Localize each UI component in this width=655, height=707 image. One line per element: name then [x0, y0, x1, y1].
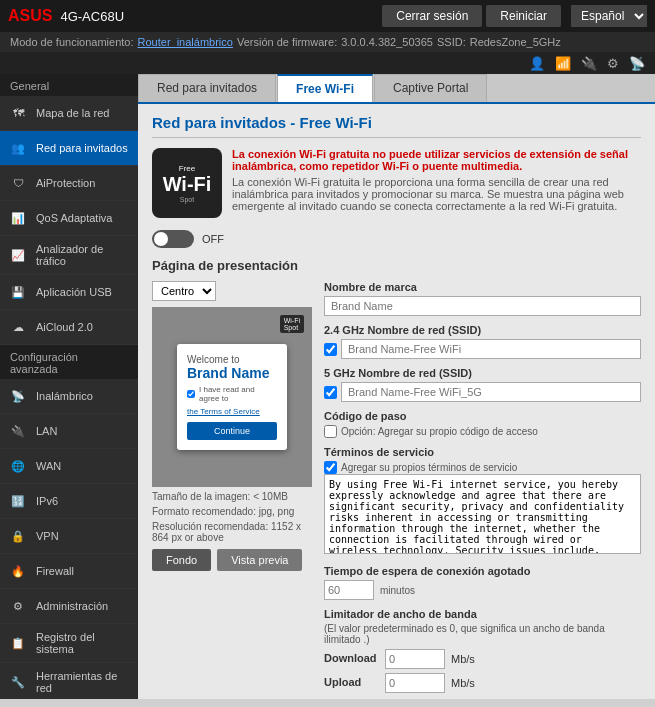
sidebar-label-lan: LAN	[36, 425, 57, 437]
sidebar-item-red-invitados[interactable]: 👥 Red para invitados	[0, 131, 138, 166]
preview-buttons: Fondo Vista previa	[152, 549, 312, 571]
preview-agree-row: I have read and agree to	[187, 385, 277, 403]
subheader: Modo de funcionamiento: Router_inalámbri…	[0, 32, 655, 52]
sidebar-label-red-invitados: Red para invitados	[36, 142, 128, 154]
ssid-24-input[interactable]	[341, 339, 641, 359]
sidebar-item-qos[interactable]: 📊 QoS Adaptativa	[0, 201, 138, 236]
pass-checkbox[interactable]	[324, 425, 337, 438]
sidebar-item-ipv6[interactable]: 🔢 IPv6	[0, 484, 138, 519]
sidebar-item-aiprotection[interactable]: 🛡 AiProtection	[0, 166, 138, 201]
ssid-5-input[interactable]	[341, 382, 641, 402]
ssid-24-checkbox[interactable]	[324, 343, 337, 356]
logo-free-text: Free	[179, 164, 195, 173]
ssid-5-row	[324, 382, 641, 402]
sidebar-item-registro[interactable]: 📋 Registro del sistema	[0, 624, 138, 663]
ssid-value: RedesZone_5GHz	[470, 36, 561, 48]
preview-terms-link[interactable]: the Terms of Service	[187, 407, 277, 416]
upload-row: Upload Mb/s	[324, 673, 641, 693]
enable-toggle[interactable]	[152, 230, 194, 248]
terms-checkbox[interactable]	[324, 461, 337, 474]
info-box: Free Wi-Fi Spot La conexión Wi-Fi gratui…	[152, 148, 641, 218]
language-select[interactable]: Español	[571, 5, 647, 27]
bw-group: Limitador de ancho de banda (El valor pr…	[324, 608, 641, 693]
presentation-layout: Centro Wi-FiSpot Welcome to Brand Name I…	[152, 281, 641, 699]
timeout-input[interactable]	[324, 580, 374, 600]
wifi-badge: Wi-FiSpot	[280, 315, 304, 333]
align-select[interactable]: Centro	[152, 281, 216, 301]
download-unit: Mb/s	[451, 653, 475, 665]
upload-input[interactable]	[385, 673, 445, 693]
terms-check-text: Agregar su propios términos de servicio	[341, 462, 517, 473]
tab-free-wifi[interactable]: Free Wi-Fi	[277, 74, 373, 102]
page-title: Red para invitados - Free Wi-Fi	[152, 114, 641, 138]
cerrar-sesion-button[interactable]: Cerrar sesión	[382, 5, 482, 27]
form-panel: Nombre de marca 2.4 GHz Nombre de red (S…	[324, 281, 641, 699]
log-icon: 📋	[8, 633, 28, 653]
sidebar-label-herramientas: Herramientas de red	[36, 670, 130, 694]
admin-icon: ⚙	[8, 596, 28, 616]
header: ASUS 4G-AC68U Cerrar sesión Reiniciar Es…	[0, 0, 655, 32]
terms-textarea[interactable]: By using Free Wi-Fi internet service, yo…	[324, 474, 641, 554]
preview-brand-text: Brand Name	[187, 365, 277, 381]
terms-group: Términos de servicio Agregar su propios …	[324, 446, 641, 557]
sidebar-item-wan[interactable]: 🌐 WAN	[0, 449, 138, 484]
download-row: Download Mb/s	[324, 649, 641, 669]
sidebar-item-administracion[interactable]: ⚙ Administración	[0, 589, 138, 624]
preview-panel: Centro Wi-FiSpot Welcome to Brand Name I…	[152, 281, 312, 699]
wifi-icon: 📶	[555, 56, 571, 71]
pass-group: Código de paso Opción: Agregar su propio…	[324, 410, 641, 438]
download-input[interactable]	[385, 649, 445, 669]
info-desc-text: La conexión Wi-Fi gratuita le proporcion…	[232, 176, 641, 212]
preview-agree-checkbox[interactable]	[187, 390, 195, 398]
sidebar-item-analizador[interactable]: 📈 Analizador de tráfico	[0, 236, 138, 275]
content-area: Red para invitados Free Wi-Fi Captive Po…	[138, 74, 655, 699]
tools-icon: 🔧	[8, 672, 28, 692]
sidebar-item-vpn[interactable]: 🔒 VPN	[0, 519, 138, 554]
usb-icon: 🔌	[581, 56, 597, 71]
reiniciar-button[interactable]: Reiniciar	[486, 5, 561, 27]
sidebar-item-herramientas[interactable]: 🔧 Herramientas de red	[0, 663, 138, 699]
ssid-5-checkbox[interactable]	[324, 386, 337, 399]
preview-image: Wi-FiSpot Welcome to Brand Name I have r…	[152, 307, 312, 487]
map-icon: 🗺	[8, 103, 28, 123]
timeout-row: minutos	[324, 580, 641, 600]
firmware-label: Versión de firmware:	[237, 36, 337, 48]
vista-previa-button[interactable]: Vista previa	[217, 549, 302, 571]
lan-icon: 🔌	[8, 421, 28, 441]
tab-captive-portal[interactable]: Captive Portal	[374, 74, 487, 102]
sidebar-item-inalambrico[interactable]: 📡 Inalámbrico	[0, 379, 138, 414]
timeout-group: Tiempo de espera de conexión agotado min…	[324, 565, 641, 600]
vpn-icon: 🔒	[8, 526, 28, 546]
preview-welcome-text: Welcome to	[187, 354, 277, 365]
info-warning-text: La conexión Wi-Fi gratuita no puede util…	[232, 148, 641, 172]
avanzada-section-label: Configuración avanzada	[0, 345, 138, 379]
brand-name-input[interactable]	[324, 296, 641, 316]
ssid-5-group: 5 GHz Nombre de red (SSID)	[324, 367, 641, 402]
cloud-icon: ☁	[8, 317, 28, 337]
fondo-button[interactable]: Fondo	[152, 549, 211, 571]
preview-continue-btn[interactable]: Continue	[187, 422, 277, 440]
sidebar-item-mapa-red[interactable]: 🗺 Mapa de la red	[0, 96, 138, 131]
mode-link[interactable]: Router_inalámbrico	[138, 36, 233, 48]
pass-label: Código de paso	[324, 410, 641, 422]
tab-red-invitados[interactable]: Red para invitados	[138, 74, 276, 102]
icons-row: 👤 📶 🔌 ⚙ 📡	[0, 52, 655, 74]
presentation-title: Página de presentación	[152, 258, 641, 273]
sidebar-label-aicloud: AiCloud 2.0	[36, 321, 93, 333]
sidebar-item-firewall[interactable]: 🔥 Firewall	[0, 554, 138, 589]
sidebar-label-qos: QoS Adaptativa	[36, 212, 112, 224]
ssid-24-label: 2.4 GHz Nombre de red (SSID)	[324, 324, 641, 336]
sidebar-label-mapa: Mapa de la red	[36, 107, 109, 119]
sidebar-item-aicloud[interactable]: ☁ AiCloud 2.0	[0, 310, 138, 345]
terms-check-row: Agregar su propios términos de servicio	[324, 461, 641, 474]
sidebar-item-usb[interactable]: 💾 Aplicación USB	[0, 275, 138, 310]
user-icon: 👤	[529, 56, 545, 71]
upload-unit: Mb/s	[451, 677, 475, 689]
bw-note: (El valor predeterminado es 0, que signi…	[324, 623, 641, 645]
sidebar-label-aiprotection: AiProtection	[36, 177, 95, 189]
model-name: 4G-AC68U	[60, 9, 124, 24]
traffic-icon: 📈	[8, 245, 28, 265]
sidebar-item-lan[interactable]: 🔌 LAN	[0, 414, 138, 449]
firmware-value: 3.0.0.4.382_50365	[341, 36, 433, 48]
sidebar-label-analizador: Analizador de tráfico	[36, 243, 130, 267]
